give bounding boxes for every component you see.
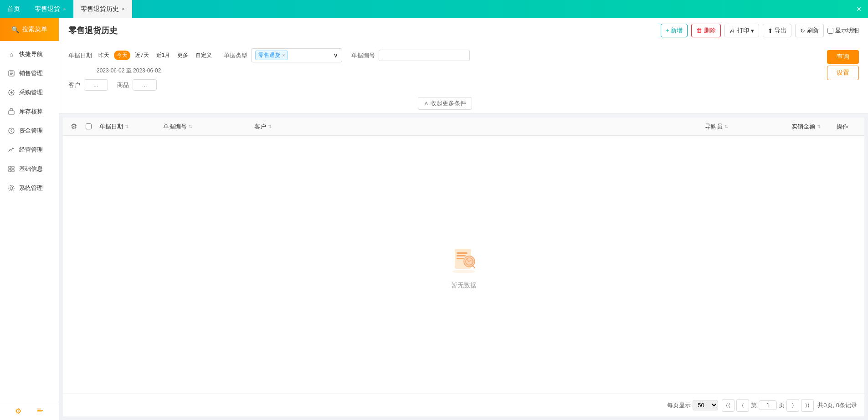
sort-customer-icon[interactable]: ⇅: [268, 124, 272, 129]
type-filter-label: 单据类型: [224, 51, 247, 60]
sidebar-item-finance[interactable]: 资金管理: [0, 121, 59, 140]
sidebar-item-inventory-label: 库存核算: [19, 108, 43, 116]
select-all-input[interactable]: [86, 123, 92, 129]
date-range-text: 2023-06-02 至 2023-06-02: [97, 67, 161, 75]
purchase-icon: [7, 88, 15, 97]
sort-date-icon[interactable]: ⇅: [125, 124, 128, 129]
number-filter-group: 单据编号: [351, 50, 470, 61]
sidebar-item-sales-label: 销售管理: [19, 69, 43, 77]
refresh-button[interactable]: ↻ 刷新: [795, 24, 824, 37]
empty-state: 暂无数据: [63, 136, 864, 394]
goods-filter-label: 商品: [117, 81, 129, 89]
operations-icon: [7, 146, 15, 154]
type-filter-group: 单据类型 零售退货 × ∨: [224, 48, 342, 62]
empty-icon: [446, 240, 482, 276]
tab-home-label: 首页: [7, 5, 20, 13]
sidebar-item-finance-label: 资金管理: [19, 127, 43, 135]
tab-retail-return[interactable]: 零售退货 ×: [27, 0, 73, 18]
print-icon: 🖨: [729, 27, 735, 34]
shortcut-yesterday[interactable]: 昨天: [96, 51, 112, 60]
th-amount: 实销金额 ⇅: [770, 123, 824, 131]
svg-rect-19: [457, 255, 466, 256]
sidebar-item-sales[interactable]: 销售管理: [0, 64, 59, 83]
svg-rect-14: [37, 410, 43, 411]
shortcut-1month[interactable]: 近1月: [154, 51, 173, 60]
selected-type-text: 零售退货: [258, 51, 280, 59]
tab-list: 首页 零售退货 × 零售退货历史 ×: [0, 0, 850, 18]
window-close-button[interactable]: ×: [850, 0, 868, 18]
sidebar-item-purchase-label: 采购管理: [19, 88, 43, 97]
customer-filter-input[interactable]: ...: [84, 79, 108, 91]
system-icon: [7, 184, 15, 192]
sidebar-menu-icon[interactable]: [36, 407, 44, 416]
filter-row-2: 客户 ... 商品 ...: [68, 79, 822, 91]
top-bar: 首页 零售退货 × 零售退货历史 × ×: [0, 0, 868, 18]
sidebar-item-basic-info-label: 基础信息: [19, 165, 43, 173]
tab-retail-return-close[interactable]: ×: [63, 6, 66, 12]
next-page-button[interactable]: ⟩: [786, 399, 799, 412]
sidebar-item-quick-nav[interactable]: ⌂ 快捷导航: [0, 45, 59, 64]
filter-main: 单据日期 昨天 今天 近7天 近1月 更多 自定义: [68, 48, 822, 113]
sidebar-item-inventory[interactable]: 库存核算: [0, 102, 59, 121]
type-tag-close[interactable]: ×: [282, 53, 285, 58]
sidebar-item-operations[interactable]: 经营管理: [0, 140, 59, 159]
show-detail-checkbox[interactable]: [827, 28, 833, 34]
total-label: 共0页, 0条记录: [817, 401, 857, 410]
column-settings-icon[interactable]: ⚙: [67, 122, 81, 131]
collapse-button[interactable]: ∧ 收起更多条件: [418, 97, 472, 110]
sort-number-icon[interactable]: ⇅: [189, 124, 192, 129]
delete-button[interactable]: 🗑 删除: [691, 24, 721, 37]
filter-row-1: 单据日期 昨天 今天 近7天 近1月 更多 自定义: [68, 48, 822, 62]
sidebar-item-system[interactable]: 系统管理: [0, 179, 59, 198]
sidebar-item-basic-info[interactable]: 基础信息: [0, 159, 59, 179]
basic-info-icon: [7, 165, 15, 173]
svg-point-6: [9, 128, 14, 133]
shortcut-custom[interactable]: 自定义: [193, 51, 215, 60]
selected-type-tag: 零售退货 ×: [255, 51, 288, 60]
shortcut-7days[interactable]: 近7天: [132, 51, 152, 60]
tab-retail-return-history-close[interactable]: ×: [122, 6, 125, 12]
th-number: 单据编号 ⇅: [159, 123, 251, 131]
sidebar-bottom: ⚙: [0, 402, 59, 420]
type-filter-select[interactable]: 零售退货 × ∨: [251, 48, 342, 62]
tab-home[interactable]: 首页: [0, 0, 27, 18]
page-number-input[interactable]: [759, 400, 777, 410]
sort-amount-icon[interactable]: ⇅: [817, 124, 821, 129]
customer-filter-label: 客户: [68, 81, 80, 89]
print-dropdown-icon: ▾: [751, 27, 754, 34]
page-nav: ⟨⟨ ⟨ 第 页 ⟩ ⟩⟩: [722, 399, 814, 412]
print-button[interactable]: 🖨 打印 ▾: [724, 24, 759, 37]
svg-rect-7: [9, 166, 11, 169]
sales-icon: [7, 69, 15, 77]
toolbar: + 新增 🗑 删除 🖨 打印 ▾ ⬆ 导出 ↻ 刷新: [661, 24, 859, 37]
shortcut-more[interactable]: 更多: [175, 51, 191, 60]
table-header: ⚙ 单据日期 ⇅ 单据编号 ⇅ 客户 ⇅ 导购员 ⇅: [63, 118, 864, 136]
number-filter-input[interactable]: [379, 50, 470, 61]
settings-button[interactable]: 设置: [827, 66, 859, 80]
new-button[interactable]: + 新增: [661, 24, 688, 37]
last-page-button[interactable]: ⟩⟩: [801, 399, 814, 412]
settings-gear-icon[interactable]: ⚙: [15, 407, 21, 415]
sidebar-item-purchase[interactable]: 采购管理: [0, 83, 59, 102]
th-action: 操作: [824, 123, 861, 131]
sort-guide-icon[interactable]: ⇅: [724, 124, 728, 129]
prev-page-button[interactable]: ⟨: [736, 399, 749, 412]
export-icon: ⬆: [768, 27, 773, 34]
filter-actions: 查询 设置: [827, 48, 859, 113]
svg-rect-13: [37, 409, 41, 410]
shortcut-today[interactable]: 今天: [114, 51, 130, 60]
page-size-select[interactable]: 10 20 50 100: [693, 400, 718, 410]
goods-filter-group: 商品 ...: [117, 79, 157, 91]
sidebar-nav: ⌂ 快捷导航 销售管理 采购管理 库存核算: [0, 41, 59, 402]
date-filter-group: 单据日期 昨天 今天 近7天 近1月 更多 自定义: [68, 51, 215, 60]
sidebar: 🔍 搜索菜单 ⌂ 快捷导航 销售管理 采购管理: [0, 18, 59, 420]
first-page-button[interactable]: ⟨⟨: [722, 399, 734, 412]
export-button[interactable]: ⬆ 导出: [763, 24, 791, 37]
query-button[interactable]: 查询: [827, 50, 859, 64]
sidebar-search[interactable]: 🔍 搜索菜单: [0, 18, 59, 41]
goods-filter-input[interactable]: ...: [133, 79, 157, 91]
select-all-checkbox[interactable]: [81, 123, 96, 129]
svg-point-11: [10, 187, 13, 190]
date-shortcuts: 昨天 今天 近7天 近1月 更多 自定义: [96, 51, 215, 60]
tab-retail-return-history[interactable]: 零售退货历史 ×: [73, 0, 132, 18]
